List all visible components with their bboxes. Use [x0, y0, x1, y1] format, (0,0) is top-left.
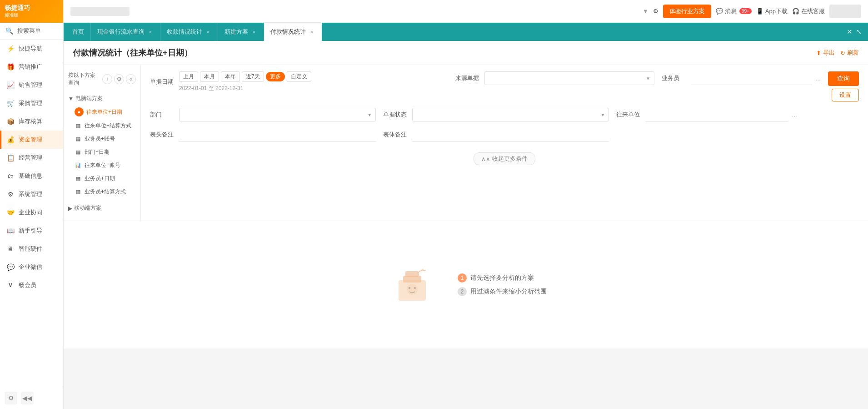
collapse-more-button[interactable]: ∧∧ 收起更多条件 — [474, 152, 535, 165]
tab-payments[interactable]: 付款情况统计 × — [264, 23, 322, 41]
scheme-item-unit-account-label: 往来单位+账号 — [85, 162, 120, 169]
svg-rect-1 — [403, 276, 421, 283]
sidebar-item-inventory[interactable]: 📦 库存核算 — [0, 112, 63, 131]
note-head-input[interactable] — [179, 128, 376, 141]
sidebar-item-wechat[interactable]: 💬 企业微信 — [0, 258, 63, 276]
tab-receipts[interactable]: 收款情况统计 × — [160, 23, 218, 41]
tip-1-text: 请先选择要分析的方案 — [470, 274, 534, 282]
scheme-item-dept-date-label: 部门+日期 — [85, 148, 110, 156]
filter-dept-field: 部门 ▼ — [150, 108, 376, 121]
sidebar-item-system[interactable]: ⚙ 系统管理 — [0, 185, 63, 203]
filter-status-field: 单据状态 ▼ — [383, 108, 609, 121]
filter-settings-button[interactable]: 设置 — [832, 89, 859, 101]
page-header-actions: ⬆ 导出 ↻ 刷新 — [816, 49, 859, 57]
app-download-btn[interactable]: 📱 App下载 — [756, 7, 788, 15]
maximize-window-btn[interactable]: ⤡ — [856, 28, 862, 36]
tab-new-scheme[interactable]: 新建方案 × — [218, 23, 264, 41]
main-area: ▼ ⚙ 体验行业方案 💬 消息 99+ 📱 App下载 🎧 在线客服 首页 现金… — [64, 0, 868, 409]
scheme-item-dept-date[interactable]: ▦ 部门+日期 — [64, 146, 140, 159]
tab-payments-label: 付款情况统计 — [270, 28, 306, 36]
related-unit-dots[interactable]: ... — [792, 111, 797, 118]
quick-nav-icon: ⚡ — [6, 44, 15, 53]
scheme-settings-btn[interactable]: ⚙ — [114, 74, 124, 84]
scheme-add-btn[interactable]: + — [102, 74, 112, 84]
filter-date-field: 单据日期 上月 本月 本年 近7天 更多 自定义 2022-01-01 至 20… — [150, 71, 448, 92]
dept-select[interactable]: ▼ — [179, 108, 376, 121]
status-select[interactable]: ▼ — [412, 108, 609, 121]
basic-icon: 🗂 — [6, 172, 15, 181]
sidebar-item-member[interactable]: V 畅会员 — [0, 276, 63, 294]
scheme-item-unit-payment[interactable]: ▦ 往来单位+结算方式 — [64, 119, 140, 132]
sidebar: 畅捷通巧 标准版 🔍 搜索菜单 ⚡ 快捷导航 🎁 营销推广 📈 销售管理 🛒 采… — [0, 0, 64, 409]
topbar-settings-icon[interactable]: ⚙ — [653, 8, 658, 15]
scheme-item-unit-date[interactable]: ● 往来单位+日期 — [64, 105, 140, 119]
related-unit-input[interactable] — [645, 108, 788, 121]
tab-bank-close[interactable]: × — [147, 29, 154, 35]
sidebar-item-hardware[interactable]: 🖥 智能硬件 — [0, 240, 63, 258]
sidebar-item-basic[interactable]: 🗂 基础信息 — [0, 167, 63, 185]
finance-label: 资金管理 — [19, 136, 42, 144]
page-header: 付款情况统计（往来单位+日期） ⬆ 导出 ↻ 刷新 — [64, 41, 868, 65]
member-label: 畅会员 — [19, 281, 36, 289]
scheme-section-mobile-title[interactable]: ▶ 移动端方案 — [64, 202, 140, 214]
scheme-item-staff-account[interactable]: ▦ 业务员+账号 — [64, 132, 140, 146]
date-btn-more[interactable]: 更多 — [266, 72, 285, 81]
trial-industry-button[interactable]: 体验行业方案 — [663, 5, 711, 18]
sidebar-item-operations[interactable]: 📋 经营管理 — [0, 149, 63, 167]
scheme-item-staff-payment[interactable]: ▦ 业务员+结算方式 — [64, 185, 140, 198]
scheme-section-desktop-title[interactable]: ▼ 电脑端方案 — [64, 92, 140, 105]
scheme-item-unit-account[interactable]: 📊 往来单位+账号 — [64, 159, 140, 172]
system-label: 系统管理 — [19, 190, 42, 198]
hardware-label: 智能硬件 — [19, 245, 42, 253]
note-body-input[interactable] — [412, 128, 609, 141]
tab-receipts-close[interactable]: × — [205, 29, 211, 35]
sidebar-item-sales[interactable]: 📈 销售管理 — [0, 76, 63, 94]
filter-row-1: 单据日期 上月 本月 本年 近7天 更多 自定义 2022-01-01 至 20… — [150, 71, 859, 101]
date-btn-custom[interactable]: 自定义 — [287, 71, 311, 82]
tab-home[interactable]: 首页 — [66, 23, 91, 41]
gear-icon: ⚙ — [653, 8, 658, 15]
sidebar-item-marketing[interactable]: 🎁 营销推广 — [0, 58, 63, 76]
scheme-panel-title: 按以下方案查询 — [68, 71, 100, 87]
sidebar-item-collab[interactable]: 🤝 企业协同 — [0, 203, 63, 222]
message-icon: 💬 — [716, 8, 723, 15]
filter-row-3: 表头备注 表体备注 — [150, 128, 859, 141]
collapse-icon: ∧∧ — [481, 156, 490, 162]
sidebar-item-purchase[interactable]: 🛒 采购管理 — [0, 94, 63, 112]
collab-icon: 🤝 — [6, 208, 15, 217]
sidebar-item-guide[interactable]: 📖 新手引导 — [0, 222, 63, 240]
note-body-label: 表体备注 — [383, 131, 409, 139]
tab-bank[interactable]: 现金银行流水查询 × — [91, 23, 160, 41]
tab-new-scheme-close[interactable]: × — [251, 29, 257, 35]
sidebar-settings-btn[interactable]: ⚙ — [5, 392, 17, 404]
sidebar-item-quick-nav[interactable]: ⚡ 快捷导航 — [0, 40, 63, 58]
refresh-btn[interactable]: ↻ 刷新 — [840, 49, 859, 57]
scheme-section-mobile: ▶ 移动端方案 — [64, 200, 140, 216]
tab-bank-label: 现金银行流水查询 — [97, 28, 145, 36]
scheme-collapse-btn[interactable]: « — [126, 74, 136, 84]
inventory-icon: 📦 — [6, 117, 15, 126]
topbar-breadcrumb — [70, 7, 638, 16]
avatar[interactable] — [829, 5, 861, 18]
staff-input[interactable] — [691, 71, 812, 85]
source-select[interactable]: ▼ — [484, 71, 654, 85]
messages-btn[interactable]: 💬 消息 99+ — [716, 7, 752, 15]
date-btn-this-year[interactable]: 本年 — [221, 71, 240, 82]
tab-payments-close[interactable]: × — [309, 29, 315, 35]
scheme-item-staff-date[interactable]: ▦ 业务员+日期 — [64, 172, 140, 185]
sidebar-collapse-btn[interactable]: ◀◀ — [21, 392, 34, 404]
sidebar-item-search[interactable]: 🔍 搜索菜单 — [0, 23, 63, 40]
date-btn-this-month[interactable]: 本月 — [200, 71, 219, 82]
date-btn-last-7[interactable]: 近7天 — [242, 71, 264, 82]
member-icon: V — [6, 281, 15, 290]
online-service-btn[interactable]: 🎧 在线客服 — [792, 7, 825, 15]
date-btn-last-month[interactable]: 上月 — [179, 71, 198, 82]
empty-illustration — [385, 258, 439, 312]
topbar-dropdown-icon[interactable]: ▼ — [643, 8, 649, 15]
sidebar-item-finance[interactable]: 💰 资金管理 — [0, 131, 63, 149]
close-window-btn[interactable]: ✕ — [847, 28, 853, 36]
staff-dots[interactable]: ... — [815, 75, 821, 82]
export-btn[interactable]: ⬆ 导出 — [816, 49, 835, 57]
query-button[interactable]: 查询 — [828, 71, 859, 86]
note-head-label: 表头备注 — [150, 131, 175, 139]
